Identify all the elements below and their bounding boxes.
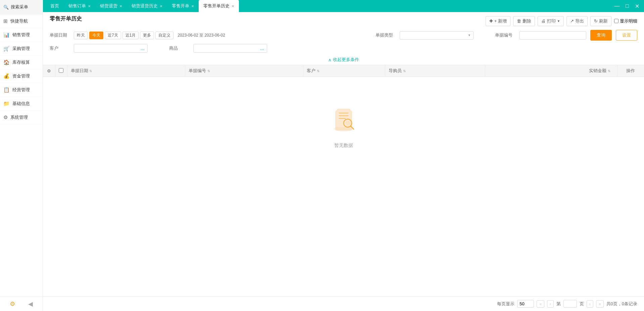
tab-retail-open-history-close[interactable]: ✕ [232,4,234,8]
settings-button[interactable]: 设置 [616,30,637,41]
sidebar-item-purchase-mgmt[interactable]: 🛒 采购管理 [0,42,43,56]
sidebar: 🔍 搜索采单 ⊞ 快捷导航 📊 销售管理 🛒 采购管理 🏠 库存核算 💰 资金管… [0,0,43,311]
pagination: 每页显示 10 20 50 100 « ‹ 第 1 页 › » 共0页，0条记录 [43,296,644,311]
bill-type-select[interactable] [400,31,474,40]
customer-input[interactable] [74,45,138,52]
tab-sales-return-history[interactable]: 销货退货历史 ✕ [127,0,167,12]
first-page-btn[interactable]: « [537,300,544,308]
add-button[interactable]: ✚ + 新增 [486,16,510,26]
sidebar-search-label: 搜索采单 [11,4,28,10]
sidebar-search[interactable]: 🔍 搜索采单 [0,0,43,14]
refresh-button[interactable]: ↻ 刷新 [590,16,611,26]
table-area: ⚙ 单据日期 ⇅ 单据编号 ⇅ 客户 [43,65,644,296]
date-btn-today[interactable]: 今天 [89,32,103,39]
current-page-input[interactable]: 1 [563,300,577,308]
maximize-btn[interactable]: □ [624,3,631,9]
delete-button[interactable]: 🗑 删除 [513,16,535,26]
basic-info-icon: 📁 [3,101,10,107]
tab-sales-return-history-label: 销货退货历史 [132,3,158,9]
goods-input[interactable] [194,45,257,52]
page-suffix: 页 [580,301,584,307]
tab-retail-open-history[interactable]: 零售开单历史 ✕ [199,0,239,12]
last-page-btn[interactable]: » [596,300,604,308]
sidebar-item-operation[interactable]: 📋 经营管理 [0,83,43,97]
query-button[interactable]: 查询 [590,30,612,41]
prev-page-btn[interactable]: ‹ [547,300,554,308]
sales-mgmt-icon: 📊 [3,32,10,38]
page-size-label: 每页显示 [497,301,514,307]
close-btn[interactable]: ✕ [633,3,641,9]
th-action-label: 操作 [626,68,635,73]
date-btn-more[interactable]: 更多 [140,32,154,39]
sidebar-item-basic-info[interactable]: 📁 基础信息 [0,97,43,111]
tab-sales-return-label: 销货退货 [100,3,117,9]
bill-no-input[interactable] [519,31,586,40]
tab-sales-order[interactable]: 销售订单 ✕ [64,0,95,12]
sort-guide-icon[interactable]: ⇅ [403,69,406,73]
date-btn-last1month[interactable]: 近1月 [122,32,139,39]
finance-icon: 💰 [3,73,10,79]
tab-sales-order-close[interactable]: ✕ [88,4,91,8]
operation-icon: 📋 [3,87,10,93]
total-text: 共0页，0条记录 [606,301,637,307]
refresh-icon: ↻ [594,18,598,23]
sidebar-item-inventory[interactable]: 🏠 库存核算 [0,56,43,69]
tab-sales-return-history-close[interactable]: ✕ [160,4,162,8]
customer-ellipsis-btn[interactable]: ... [138,44,147,52]
export-button[interactable]: ↗ 导出 [566,16,588,26]
th-customer: 客户 ⇅ [303,65,385,77]
refresh-label: 刷新 [599,18,608,24]
content-body: 零售开单历史 ✚ + 新增 🗑 删除 🖨 打印 ▼ [43,12,644,311]
page-size-select[interactable]: 10 20 50 100 [517,300,534,308]
sidebar-item-sales-mgmt[interactable]: 📊 销售管理 [0,28,43,42]
th-customer-label: 客户 [307,68,315,73]
svg-point-8 [345,121,350,125]
sort-date-icon[interactable]: ⇅ [89,69,92,73]
select-all-checkbox[interactable] [59,68,63,73]
sidebar-item-sys-mgmt[interactable]: ⚙ 系统管理 [0,111,43,124]
purchase-mgmt-icon: 🛒 [3,46,10,52]
th-checkbox[interactable] [55,65,67,77]
date-btn-custom[interactable]: 自定义 [155,32,174,39]
th-settings[interactable]: ⚙ [43,65,55,77]
minimize-btn[interactable]: — [612,3,622,9]
date-btn-last7[interactable]: 近7天 [105,32,121,39]
table-header-row: ⚙ 单据日期 ⇅ 单据编号 ⇅ 客户 [43,65,644,77]
sort-amount-icon[interactable]: ⇅ [608,69,610,73]
display-detail-toggle[interactable]: 显示明细 [614,18,637,24]
print-button[interactable]: 🖨 打印 ▼ [538,16,564,26]
empty-icon [327,104,360,137]
sort-no-icon[interactable]: ⇅ [207,69,210,73]
next-page-btn[interactable]: › [587,300,593,308]
tab-sales-return-close[interactable]: ✕ [119,4,122,8]
tab-retail-open-close[interactable]: ✕ [191,4,194,8]
sidebar-item-quick-nav[interactable]: ⊞ 快捷导航 [0,14,43,28]
sidebar-item-finance[interactable]: 💰 资金管理 [0,69,43,83]
display-detail-checkbox[interactable] [614,19,618,23]
tabs-bar: 首页 销售订单 ✕ 销货退货 ✕ 销货退货历史 ✕ 零售开单 ✕ 零售开单历史 … [43,0,644,12]
add-label: + 新增 [494,18,507,24]
goods-ellipsis-btn[interactable]: ... [257,44,267,52]
tab-sales-order-label: 销售订单 [68,3,86,9]
empty-state: 暂无数据 [43,77,644,175]
th-no: 单据编号 ⇅ [185,65,303,77]
th-date-label: 单据日期 [71,68,88,73]
date-buttons: 昨天 今天 近7天 近1月 更多 自定义 [74,32,174,39]
sys-mgmt-icon: ⚙ [3,114,8,120]
settings-bottom-icon[interactable]: ⚙ [10,300,15,308]
print-label: 打印 [547,18,556,24]
collapse-sidebar-icon[interactable]: ◀ [28,300,33,308]
th-amount-label: 实销金额 [589,68,606,73]
customer-label: 客户 [50,45,70,51]
bill-type-select-wrapper [400,31,474,40]
delete-icon: 🗑 [517,18,521,23]
tab-sales-return[interactable]: 销货退货 ✕ [95,0,127,12]
date-btn-yesterday[interactable]: 昨天 [74,32,88,39]
tab-retail-open[interactable]: 零售开单 ✕ [167,0,199,12]
query-label: 查询 [597,32,605,38]
collapse-button[interactable]: ∧ 收起更多条件 [328,57,359,63]
sidebar-item-label: 库存核算 [12,59,30,65]
tab-home[interactable]: 首页 [46,0,64,12]
search-icon: 🔍 [3,5,9,10]
sort-customer-icon[interactable]: ⇅ [317,69,319,73]
